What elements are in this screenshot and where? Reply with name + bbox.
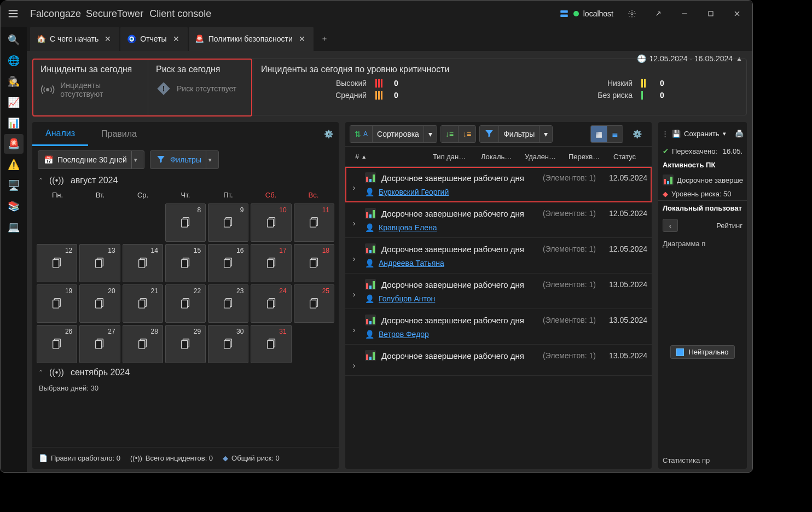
view-toggle[interactable]: ▦ ≣ [590,125,623,143]
print-button[interactable]: 🖨️ [735,130,744,138]
calendar-day[interactable]: 12 [37,244,77,282]
period-button[interactable]: 📅 Последние 30 дней ▾ [38,150,144,169]
expand-icon[interactable]: › [347,315,361,334]
calendar-day[interactable]: 19 [37,284,77,323]
nav-item-1[interactable]: 🔍 [4,30,24,50]
svg-rect-37 [224,300,230,308]
calendar-day[interactable]: 25 [294,284,334,323]
calendar-day[interactable]: 9 [208,203,248,242]
calendar-day[interactable] [37,203,77,242]
server-indicator[interactable]: localhost [556,9,617,19]
tab-analysis[interactable]: Анализ [32,122,88,146]
expand-icon[interactable]: › [347,243,361,263]
calendar-day[interactable]: 17 [251,244,291,282]
calendar-day[interactable]: 26 [37,325,77,363]
tab-rules[interactable]: Правила [88,122,150,146]
calendar-day[interactable]: 22 [165,284,206,323]
more-icon[interactable]: ⋮ [662,130,669,138]
tab-reports[interactable]: 🧿 Отчеты ✕ [120,27,187,51]
calendar-day[interactable]: 20 [79,284,120,323]
incident-user-link[interactable]: Бурковский Георгий [379,188,449,196]
tab-policies[interactable]: 🚨 Политики безопасности ✕ [189,27,314,51]
minimize-button[interactable] [674,1,695,27]
calendar-day[interactable]: 27 [79,325,120,363]
nav-item-9[interactable]: 📚 [4,196,24,216]
col-remote[interactable]: Удален… [519,153,563,161]
calendar-day[interactable]: 10 [251,203,291,242]
calendar-day[interactable]: 15 [165,244,206,282]
collapse-month[interactable]: ˄ [39,369,43,377]
incident-user-link[interactable]: Ветров Федор [379,330,429,339]
nav-item-5[interactable]: 📊 [4,113,24,133]
calendar-day[interactable]: 18 [294,244,334,282]
sort-direction[interactable]: ↓≡ ↓≡ [440,125,476,143]
tab-start[interactable]: 🏠 С чего начать ✕ [30,27,119,51]
collapse-month[interactable]: ˄ [39,177,43,185]
close-button[interactable] [726,1,748,27]
expand-icon[interactable]: › [347,350,361,370]
pager-prev[interactable]: ‹ [663,219,678,232]
col-local[interactable]: Локаль… [475,153,519,161]
analysis-settings[interactable]: ⚙️ [318,124,339,144]
analysis-panel: Анализ Правила ⚙️ 📅 Последние 30 дней ▾ [32,122,339,469]
chevron-down-icon: ▾ [206,151,213,168]
incident-user-link[interactable]: Кравцова Елена [379,223,437,232]
incident-row[interactable]: ›Досрочное завершение рабочего дня(Элеме… [345,202,652,238]
tab-close[interactable]: ✕ [103,34,113,44]
value-med: 0 [394,91,473,100]
incident-row[interactable]: ›Досрочное завершение рабочего дня(Элеме… [345,238,652,274]
expand-icon[interactable]: › [347,208,361,228]
incidents-settings[interactable]: ⚙️ [627,124,647,144]
calendar-day[interactable]: 13 [79,244,120,282]
calendar-day[interactable]: 31 [251,325,291,363]
nav-item-7[interactable]: ⚠️ [4,155,24,174]
calendar-day[interactable]: 23 [208,284,248,323]
calendar-day[interactable]: 29 [165,325,206,363]
menu-button[interactable] [1,1,26,27]
barchart-icon [365,208,376,219]
filters-button[interactable]: Фильтры ▾ [150,150,219,169]
incident-row[interactable]: ›Досрочное завершение рабочего дня(Элеме… [345,167,652,202]
calendar-day[interactable]: 30 [208,325,248,363]
nav-item-policies[interactable]: 🚨 [4,134,24,154]
col-status[interactable]: Статус [608,153,647,161]
nav-item-3[interactable]: 🕵️ [4,72,24,91]
nav-item-10[interactable]: 💻 [4,217,24,237]
calendar-day[interactable] [294,325,334,363]
save-button[interactable]: 💾 Сохранить ▾ [672,130,726,138]
expand-icon[interactable]: › [347,172,361,192]
svg-rect-11 [267,219,273,227]
col-num[interactable]: # ▲ [350,153,366,161]
incident-user-link[interactable]: Голубцов Антон [379,294,435,303]
calendar-day[interactable] [123,203,163,242]
incident-user-link[interactable]: Андреева Татьяна [379,259,444,267]
calendar-day[interactable]: 14 [123,244,163,282]
nav-item-2[interactable]: 🌐 [4,51,24,71]
tool-button[interactable] [647,1,669,27]
incident-title: Досрочное завершение рабочего дня [381,316,524,325]
incident-row[interactable]: ›Досрочное завершение рабочего дня(Элеме… [345,309,652,345]
tab-close[interactable]: ✕ [297,34,307,44]
incidents-today-card: Инциденты за сегодня Инциденты отсутству… [33,59,148,115]
sort-button[interactable]: ⇅A Сортировка ▾ [350,125,437,143]
calendar-day[interactable]: 21 [123,284,163,323]
expand-icon[interactable]: › [347,279,361,299]
tab-close[interactable]: ✕ [171,34,181,44]
add-tab-button[interactable]: ＋ [315,27,334,51]
calendar-day[interactable]: 16 [208,244,248,282]
calendar-day[interactable]: 8 [165,203,206,242]
settings-button[interactable] [621,1,643,27]
calendar-day[interactable] [79,203,120,242]
incident-row[interactable]: ›Досрочное завершение рабочего дня(Элеме… [345,274,652,309]
nav-item-8[interactable]: 🖥️ [4,176,24,195]
calendar-day[interactable]: 11 [294,203,334,242]
incident-row[interactable]: ›Досрочное завершение рабочего дня(Элеме… [345,345,652,376]
calendar-day[interactable]: 24 [251,284,291,323]
maximize-button[interactable] [700,1,722,27]
weekday-label: Пт. [207,189,249,201]
col-type[interactable]: Тип дан… [427,153,475,161]
nav-item-4[interactable]: 📈 [4,92,24,112]
calendar-day[interactable]: 28 [123,325,163,363]
filters-dropdown[interactable]: Фильтры ▾ [479,125,553,143]
col-date[interactable]: Перехв… [563,153,608,161]
